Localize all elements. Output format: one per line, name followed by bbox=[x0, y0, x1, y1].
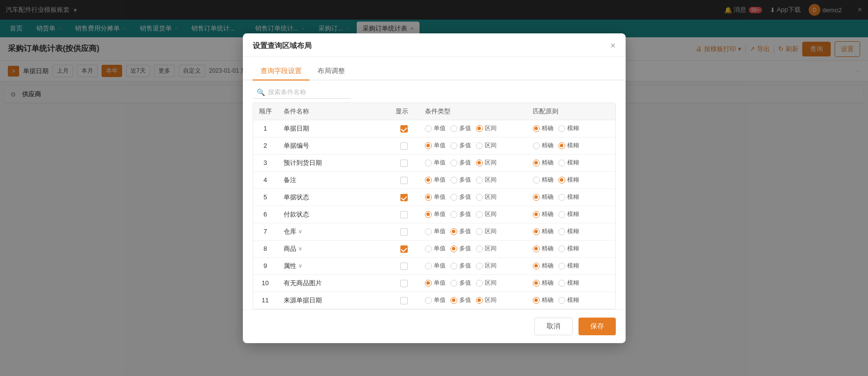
type-range-dot bbox=[476, 297, 483, 304]
type-single-radio[interactable]: 单值 bbox=[425, 244, 446, 253]
name-with-dropdown[interactable]: 属性 ∨ bbox=[284, 262, 384, 270]
search-icon: 🔍 bbox=[257, 88, 265, 96]
type-multi-dot bbox=[450, 263, 457, 269]
match-fuzzy-radio[interactable]: 模糊 bbox=[558, 124, 579, 133]
cell-show bbox=[390, 257, 419, 274]
conditions-table: 顺序 条件名称 显示 条件类型 匹配原则 1单据日期 单值 多值 区间 bbox=[253, 103, 615, 309]
match-exact-radio[interactable]: 精确 bbox=[533, 262, 553, 270]
cell-type: 单值 多值 区间 bbox=[419, 171, 527, 188]
match-exact-radio[interactable]: 精确 bbox=[533, 279, 553, 287]
type-multi-radio[interactable]: 多值 bbox=[450, 159, 471, 167]
cell-name: 单据状态 bbox=[278, 188, 390, 206]
match-exact-radio[interactable]: 精确 bbox=[533, 159, 553, 167]
name-with-dropdown[interactable]: 商品 ∨ bbox=[284, 244, 384, 253]
dialog-tab-layout[interactable]: 布局调整 bbox=[310, 63, 353, 81]
type-multi-radio[interactable]: 多值 bbox=[450, 193, 471, 201]
type-range-radio[interactable]: 区间 bbox=[476, 141, 497, 150]
show-checkbox[interactable] bbox=[400, 125, 408, 133]
match-fuzzy-radio[interactable]: 模糊 bbox=[558, 279, 579, 287]
type-range-radio[interactable]: 区间 bbox=[476, 159, 497, 167]
type-single-radio[interactable]: 单值 bbox=[425, 176, 446, 184]
match-exact-radio[interactable]: 精确 bbox=[533, 244, 553, 253]
show-checkbox[interactable] bbox=[400, 142, 408, 150]
match-fuzzy-radio[interactable]: 模糊 bbox=[558, 193, 579, 201]
show-checkbox[interactable] bbox=[400, 160, 408, 167]
table-row: 8商品 ∨ 单值 多值 区间 精确 模糊 bbox=[253, 240, 615, 257]
cell-type: 单值 多值 区间 bbox=[419, 240, 527, 257]
type-single-radio[interactable]: 单值 bbox=[425, 193, 446, 201]
match-exact-radio[interactable]: 精确 bbox=[533, 296, 553, 304]
type-range-radio[interactable]: 区间 bbox=[476, 279, 497, 287]
cell-match: 精确 模糊 bbox=[527, 292, 615, 309]
dialog-close-button[interactable]: × bbox=[610, 41, 616, 50]
match-fuzzy-radio[interactable]: 模糊 bbox=[558, 176, 579, 184]
match-exact-radio[interactable]: 精确 bbox=[533, 227, 553, 236]
match-exact-dot bbox=[533, 211, 540, 218]
type-single-dot bbox=[425, 245, 432, 252]
show-checkbox[interactable] bbox=[400, 194, 408, 201]
type-single-radio[interactable]: 单值 bbox=[425, 124, 446, 133]
type-single-dot bbox=[425, 228, 432, 235]
type-multi-dot bbox=[450, 160, 457, 166]
cell-type: 单值 多值 区间 bbox=[419, 120, 527, 137]
type-range-radio[interactable]: 区间 bbox=[476, 210, 497, 218]
show-checkbox[interactable] bbox=[400, 177, 408, 184]
show-checkbox[interactable] bbox=[400, 245, 408, 253]
cell-order: 10 bbox=[253, 274, 278, 292]
type-range-radio[interactable]: 区间 bbox=[476, 176, 497, 184]
type-single-radio[interactable]: 单值 bbox=[425, 210, 446, 218]
cell-type: 单值 多值 区间 bbox=[419, 188, 527, 206]
type-single-radio[interactable]: 单值 bbox=[425, 227, 446, 236]
type-single-radio[interactable]: 单值 bbox=[425, 262, 446, 270]
match-exact-dot bbox=[533, 160, 540, 166]
type-range-radio[interactable]: 区间 bbox=[476, 296, 497, 304]
show-checkbox[interactable] bbox=[400, 228, 408, 236]
type-range-dot bbox=[476, 194, 483, 201]
match-exact-radio[interactable]: 精确 bbox=[533, 193, 553, 201]
show-checkbox[interactable] bbox=[400, 263, 408, 270]
table-row: 6付款状态 单值 多值 区间 精确 模糊 bbox=[253, 206, 615, 223]
match-exact-radio[interactable]: 精确 bbox=[533, 124, 553, 133]
match-fuzzy-radio[interactable]: 模糊 bbox=[558, 159, 579, 167]
cancel-button[interactable]: 取消 bbox=[534, 318, 573, 335]
type-multi-radio[interactable]: 多值 bbox=[450, 279, 471, 287]
type-single-radio[interactable]: 单值 bbox=[425, 296, 446, 304]
search-input-wrap[interactable]: 🔍 bbox=[253, 86, 351, 99]
type-multi-radio[interactable]: 多值 bbox=[450, 244, 471, 253]
save-button[interactable]: 保存 bbox=[579, 318, 616, 335]
match-fuzzy-dot bbox=[558, 125, 565, 132]
type-multi-radio[interactable]: 多值 bbox=[450, 227, 471, 236]
match-fuzzy-radio[interactable]: 模糊 bbox=[558, 262, 579, 270]
match-exact-radio[interactable]: 精确 bbox=[533, 210, 553, 218]
match-fuzzy-radio[interactable]: 模糊 bbox=[558, 244, 579, 253]
type-multi-radio[interactable]: 多值 bbox=[450, 141, 471, 150]
type-single-radio[interactable]: 单值 bbox=[425, 279, 446, 287]
type-range-radio[interactable]: 区间 bbox=[476, 124, 497, 133]
match-fuzzy-radio[interactable]: 模糊 bbox=[558, 296, 579, 304]
dialog-tab-fields[interactable]: 查询字段设置 bbox=[253, 63, 310, 81]
match-exact-radio[interactable]: 精确 bbox=[533, 141, 553, 150]
name-with-dropdown[interactable]: 仓库 ∨ bbox=[284, 227, 384, 236]
match-fuzzy-radio[interactable]: 模糊 bbox=[558, 227, 579, 236]
type-multi-radio[interactable]: 多值 bbox=[450, 296, 471, 304]
type-range-radio[interactable]: 区间 bbox=[476, 262, 497, 270]
cell-order: 9 bbox=[253, 257, 278, 274]
match-fuzzy-radio[interactable]: 模糊 bbox=[558, 141, 579, 150]
type-range-radio[interactable]: 区间 bbox=[476, 227, 497, 236]
type-multi-radio[interactable]: 多值 bbox=[450, 124, 471, 133]
type-multi-radio[interactable]: 多值 bbox=[450, 262, 471, 270]
match-exact-dot bbox=[533, 297, 540, 304]
match-fuzzy-radio[interactable]: 模糊 bbox=[558, 210, 579, 218]
search-input[interactable] bbox=[268, 88, 346, 96]
show-checkbox[interactable] bbox=[400, 211, 408, 218]
type-range-radio[interactable]: 区间 bbox=[476, 244, 497, 253]
show-checkbox[interactable] bbox=[400, 297, 408, 304]
type-range-radio[interactable]: 区间 bbox=[476, 193, 497, 201]
match-exact-radio[interactable]: 精确 bbox=[533, 176, 553, 184]
type-single-radio[interactable]: 单值 bbox=[425, 141, 446, 150]
cell-order: 4 bbox=[253, 171, 278, 188]
type-multi-radio[interactable]: 多值 bbox=[450, 176, 471, 184]
type-multi-radio[interactable]: 多值 bbox=[450, 210, 471, 218]
show-checkbox[interactable] bbox=[400, 280, 408, 287]
type-single-radio[interactable]: 单值 bbox=[425, 159, 446, 167]
